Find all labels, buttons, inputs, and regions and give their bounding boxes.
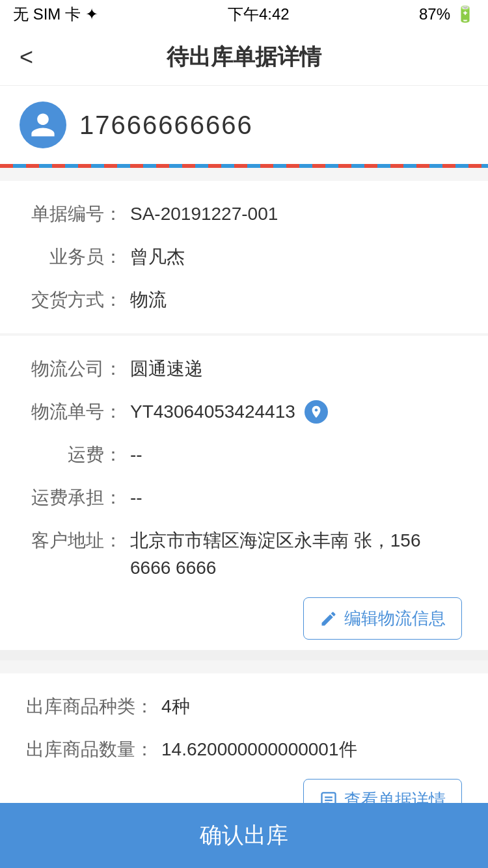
order-no-label: 单据编号： [26,200,130,228]
location-icon[interactable] [305,400,328,424]
freight-row: 运费： -- [26,441,462,468]
address-row: 客户地址： 北京市市辖区海淀区永丰南 张，156 6666 6666 [26,527,462,582]
edit-icon [319,610,338,628]
edit-logistics-button[interactable]: 编辑物流信息 [303,597,462,640]
back-button[interactable]: < [20,44,33,71]
delivery-label: 交货方式： [26,286,130,314]
delivery-row: 交货方式： 物流 [26,286,462,314]
agent-value: 曾凡杰 [130,243,462,271]
user-icon [29,111,57,139]
goods-type-value: 4种 [161,693,462,720]
page-title: 待出库单据详情 [167,42,321,72]
nav-bar: < 待出库单据详情 [0,29,488,86]
order-no-row: 单据编号： SA-20191227-001 [26,200,462,228]
status-right: 87% 🔋 [419,5,475,23]
sim-status: 无 SIM 卡 ✦ [13,4,98,25]
goods-quantity-label: 出库商品数量： [26,736,161,763]
status-bar: 无 SIM 卡 ✦ 下午4:42 87% 🔋 [0,0,488,29]
tracking-label: 物流单号： [26,398,130,426]
goods-type-label: 出库商品种类： [26,693,161,720]
bottom-area: 确认出库 [0,803,488,868]
customer-phone: 17666666666 [79,111,253,140]
section-divider [0,650,488,660]
goods-type-row: 出库商品种类： 4种 [26,693,462,720]
avatar [20,102,66,148]
tracking-row: 物流单号： YT43064053424413 [26,398,462,426]
agent-label: 业务员： [26,243,130,271]
status-time: 下午4:42 [228,4,290,25]
delivery-value: 物流 [130,286,462,314]
freight-bear-value: -- [130,484,462,511]
freight-bear-row: 运费承担： -- [26,484,462,511]
company-row: 物流公司： 圆通速递 [26,355,462,383]
battery-status: 87% [419,5,450,23]
company-label: 物流公司： [26,355,130,383]
agent-row: 业务员： 曾凡杰 [26,243,462,271]
tracking-value: YT43064053424413 [130,398,462,426]
freight-label: 运费： [26,441,130,468]
address-value: 北京市市辖区海淀区永丰南 张，156 6666 6666 [130,527,462,582]
logistics-section: 物流公司： 圆通速递 物流单号： YT43064053424413 运费： --… [0,336,488,650]
order-no-value: SA-20191227-001 [130,200,462,228]
address-label: 客户地址： [26,527,130,554]
freight-bear-label: 运费承担： [26,484,130,511]
edit-btn-row: 编辑物流信息 [26,597,462,640]
customer-header: 17666666666 [0,86,488,164]
order-info-section: 单据编号： SA-20191227-001 业务员： 曾凡杰 交货方式： 物流 [0,181,488,333]
battery-icon: 🔋 [455,5,475,23]
dashed-separator [0,164,488,168]
status-left: 无 SIM 卡 ✦ [13,4,98,25]
tracking-number: YT43064053424413 [130,398,295,426]
edit-logistics-label: 编辑物流信息 [344,607,446,630]
company-value: 圆通速递 [130,355,462,383]
goods-quantity-row: 出库商品数量： 14.620000000000001件 [26,736,462,763]
confirm-outbound-button[interactable]: 确认出库 [0,803,488,868]
freight-value: -- [130,441,462,468]
goods-quantity-value: 14.620000000000001件 [161,736,462,763]
